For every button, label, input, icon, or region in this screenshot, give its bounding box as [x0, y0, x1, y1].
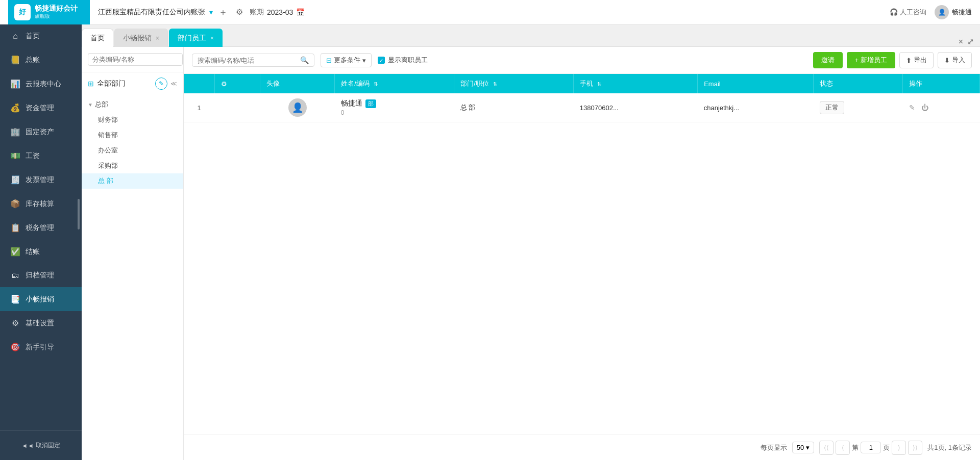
add-company-icon[interactable]: ＋ [217, 6, 229, 18]
dept-child-label: 财务部 [98, 116, 118, 123]
cancel-fixed-button[interactable]: ◄◄ 取消固定 [0, 437, 82, 454]
sidebar-item-ledger[interactable]: 📒 总账 [0, 48, 82, 72]
tab-dept-employee-close[interactable]: × [210, 35, 214, 42]
sidebar-item-fixed-assets[interactable]: 🏢 固定资产 [0, 120, 82, 144]
sidebar-item-assets-mgmt[interactable]: 💰 资金管理 [0, 96, 82, 120]
dept-search-input[interactable] [88, 53, 183, 66]
dept-child-sales[interactable]: 销售部 [82, 127, 183, 143]
sidebar-item-checkout[interactable]: ✅ 结账 [0, 240, 82, 264]
col-action: 操作 [903, 74, 980, 93]
invite-button[interactable]: 邀请 [813, 52, 843, 68]
tab-expand-icon[interactable]: ⤢ [967, 37, 974, 46]
page-input[interactable] [861, 442, 881, 453]
tab-xiaochang[interactable]: 小畅报销 × [114, 29, 168, 47]
emp-code: 0 [341, 109, 448, 116]
sort-name-icon: ⇅ [374, 81, 378, 87]
import-button[interactable]: ⬇ 导入 [938, 52, 972, 68]
logo-area: 好 畅捷通好会计 旗舰版 [8, 0, 90, 24]
page-last-button[interactable]: ⟩⟩ [908, 441, 922, 455]
col-name[interactable]: 姓名/编码 ⇅ [335, 74, 454, 93]
settings-icon[interactable]: ⚙ [233, 6, 246, 18]
sidebar-item-invoice[interactable]: 🧾 发票管理 [0, 168, 82, 192]
archive-icon: 🗂 [10, 271, 20, 280]
col-settings-icon[interactable]: ⚙ [221, 80, 227, 88]
name-cell: 畅捷通 部 0 [341, 99, 448, 116]
sidebar-item-tax[interactable]: 📋 税务管理 [0, 216, 82, 240]
logo-text-area: 畅捷通好会计 旗舰版 [35, 4, 78, 20]
page-prev-button[interactable]: ⟨ [836, 441, 850, 455]
dept-child-office[interactable]: 办公室 [82, 143, 183, 158]
dept-child-finance[interactable]: 财务部 [82, 112, 183, 127]
period-label: 账期 [250, 8, 264, 17]
show-resigned-label: 显示离职员工 [388, 56, 428, 65]
dept-badge: 部 [365, 99, 376, 108]
user-area[interactable]: 👤 畅捷通 [935, 5, 972, 19]
col-dept[interactable]: 部门/职位 ⇅ [454, 74, 574, 93]
sort-dept-icon: ⇅ [493, 81, 497, 87]
dept-child-label: 办公室 [98, 146, 118, 154]
cell-phone: 138070602... [574, 93, 698, 122]
company-dropdown-icon[interactable]: ▾ [209, 8, 213, 16]
sidebar-item-label: 固定资产 [26, 127, 54, 137]
tab-home-label: 首页 [90, 34, 105, 43]
show-resigned-toggle[interactable]: ✓ 显示离职员工 [378, 56, 428, 65]
content-area: 首页 小畅报销 × 部门员工 × × ⤢ 🔍 [82, 24, 980, 460]
tab-xiaochang-close[interactable]: × [156, 35, 159, 42]
dept-parent-label: 总部 [95, 100, 108, 109]
main-layout: ⌂ 首页 📒 总账 📊 云报表中心 💰 资金管理 🏢 固定资产 💵 工资 🧾 发… [0, 24, 980, 460]
edit-employee-button[interactable]: ✎ [909, 104, 915, 112]
filter-button[interactable]: ⊟ 更多条件 ▾ [321, 53, 372, 67]
cell-index: 1 [184, 93, 214, 122]
dept-edit-button[interactable]: ✎ [155, 78, 167, 90]
sidebar-item-basic-settings[interactable]: ⚙ 基础设置 [0, 311, 82, 335]
sidebar-item-label: 归档管理 [26, 271, 54, 280]
page-size-select[interactable]: 50 ▾ [792, 442, 814, 453]
scroll-thumb [78, 199, 80, 229]
sidebar-item-salary[interactable]: 💵 工资 [0, 144, 82, 168]
tab-close-window-icon[interactable]: × [959, 37, 963, 46]
import-label: 导入 [952, 56, 965, 65]
show-resigned-checkbox[interactable]: ✓ [378, 57, 385, 64]
cell-email: chanjethkj... [698, 93, 814, 122]
cell-avatar: 👤 [260, 93, 335, 122]
page-first-button[interactable]: ⟨⟨ [819, 441, 834, 455]
tab-dept-employee[interactable]: 部门员工 × [169, 29, 223, 47]
service-button[interactable]: 🎧 人工咨询 [890, 8, 926, 17]
page-size-label: 每页显示 [761, 443, 787, 452]
page-nav: ⟨⟨ ⟨ 第 页 ⟩ ⟩⟩ [819, 441, 922, 455]
dept-all-label[interactable]: 全部部门 [97, 79, 152, 88]
col-settings[interactable]: ⚙ [214, 74, 260, 93]
tab-home[interactable]: 首页 [82, 29, 113, 47]
sidebar-item-home[interactable]: ⌂ 首页 [0, 24, 82, 48]
calendar-icon[interactable]: 📅 [296, 8, 305, 16]
page-suffix-label: 页 [883, 443, 890, 452]
app-badge: 旗舰版 [35, 13, 78, 20]
arrow-left-icon: ◄◄ [21, 442, 34, 449]
page-next-button[interactable]: ⟩ [892, 441, 906, 455]
sidebar-item-newcomer[interactable]: 🎯 新手引导 [0, 335, 82, 359]
dept-parent-general[interactable]: 总部 [82, 97, 183, 112]
period-value[interactable]: 2023-03 [267, 8, 293, 16]
dept-child-purchase[interactable]: 采购部 [82, 158, 183, 173]
add-employee-button[interactable]: + 新增员工 [847, 52, 895, 68]
action-buttons: ✎ ⏻ [909, 104, 974, 112]
col-phone[interactable]: 手机 ⇅ [574, 74, 698, 93]
sidebar-item-reports[interactable]: 📊 云报表中心 [0, 72, 82, 96]
dept-child-total[interactable]: 总 部 [82, 173, 183, 189]
employee-toolbar: 🔍 ⊟ 更多条件 ▾ ✓ 显示离职员工 邀请 + 新增员工 [184, 47, 980, 74]
export-button[interactable]: ⬆ 导出 [899, 52, 934, 68]
sidebar-item-inventory[interactable]: 📦 库存核算 [0, 192, 82, 216]
tab-actions: × ⤢ [952, 37, 980, 46]
sidebar-item-xiaochang[interactable]: 📑 小畅报销 [0, 287, 82, 311]
logout-employee-button[interactable]: ⏻ [921, 104, 928, 112]
employee-search-input[interactable] [198, 57, 297, 64]
sidebar-item-label: 总账 [26, 56, 40, 65]
sidebar: ⌂ 首页 📒 总账 📊 云报表中心 💰 资金管理 🏢 固定资产 💵 工资 🧾 发… [0, 24, 82, 460]
page-input-wrap: 第 页 [852, 442, 890, 453]
cancel-fixed-label: 取消固定 [36, 441, 60, 450]
dept-collapse-icon[interactable]: ≪ [170, 80, 177, 87]
sidebar-item-archive[interactable]: 🗂 归档管理 [0, 264, 82, 287]
search-icon[interactable]: 🔍 [300, 56, 309, 64]
dept-header: ⊞ 全部部门 ✎ ≪ [82, 72, 183, 95]
dept-grid-icon: ⊞ [88, 80, 94, 88]
